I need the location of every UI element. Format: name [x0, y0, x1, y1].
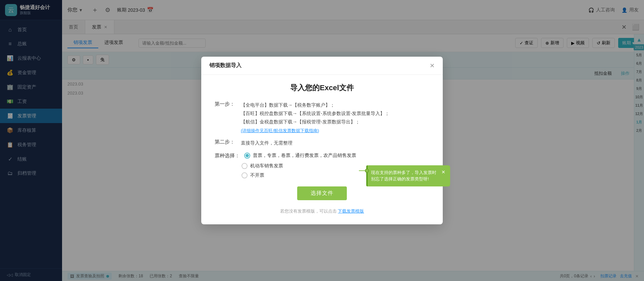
tooltip-text: 现在支持的票种多了，导入发票时别忘了选择正确的发票类型呀!: [371, 170, 436, 182]
modal-footer-note: 若您没有发票模版，可以点击 下载发票模版: [215, 208, 429, 214]
radio-motor-label: 机动车销售发票: [250, 163, 283, 169]
modal-main-title: 导入您的Excel文件: [215, 83, 429, 93]
select-file-btn[interactable]: 选择文件: [297, 186, 347, 200]
tooltip-connector-dot: [365, 169, 369, 173]
step1-content: 【全电平台】数据下载→【税务数字账户】； 【百旺】税控盘数据下载→【系统设置-系…: [241, 101, 389, 135]
modal-title: 销项数据导入: [209, 62, 241, 69]
step1-label: 第一步：: [215, 101, 238, 135]
radio-motor-circle: [241, 163, 248, 169]
step2-content: 直接导入文件，无需整理: [241, 139, 292, 147]
radio-normal-circle: [244, 153, 250, 159]
step1-row: 第一步： 【全电平台】数据下载→【税务数字账户】； 【百旺】税控盘数据下载→【系…: [215, 101, 429, 135]
tooltip-connector-line: [359, 170, 365, 171]
radio-normal-label: 普票，专票，卷票，通行费发票，农产品销售发票: [253, 153, 356, 159]
radio-no-ticket[interactable]: 不开票: [241, 172, 264, 178]
step1-line2: 【百旺】税控盘数据下载→【系统设置-系统参数设置-发票批量导入】；: [241, 109, 389, 118]
modal-header: 销项数据导入 ✕: [201, 57, 443, 75]
ticket-label: 票种选择：: [215, 153, 241, 159]
step1-line1: 【全电平台】数据下载→【税务数字账户】；: [241, 101, 389, 109]
step1-line3: 【航信】金税盘数据下载→【报税管理-发票数据导出】；: [241, 118, 389, 126]
step2-label: 第二步：: [215, 139, 238, 147]
radio-normal[interactable]: 普票，专票，卷票，通行费发票，农产品销售发票: [244, 153, 356, 159]
download-template-link[interactable]: 下载发票模版: [338, 209, 364, 214]
radio-motor[interactable]: 机动车销售发票: [241, 163, 283, 169]
tooltip-bubble: ✕ 现在支持的票种多了，导入发票时别忘了选择正确的发票类型呀!: [366, 165, 450, 186]
radio-no-ticket-label: 不开票: [250, 172, 264, 178]
radio-no-ticket-circle: [241, 172, 248, 178]
baiwang-guide-link[interactable]: (详细操作见百旺/航信发票数据下载指南): [241, 128, 319, 133]
step2-row: 第二步： 直接导入文件，无需整理: [215, 139, 429, 147]
modal-body: 导入您的Excel文件 第一步： 【全电平台】数据下载→【税务数字账户】； 【百…: [201, 75, 443, 224]
modal-close-btn[interactable]: ✕: [430, 63, 435, 69]
ticket-type-section: 票种选择： 普票，专票，卷票，通行费发票，农产品销售发票: [215, 153, 429, 178]
step1-link: (详细操作见百旺/航信发票数据下载指南): [241, 126, 389, 135]
import-modal: 销项数据导入 ✕ 导入您的Excel文件 第一步： 【全电平台】数据下载→【税务…: [201, 57, 443, 224]
tooltip-close-btn[interactable]: ✕: [441, 169, 445, 175]
